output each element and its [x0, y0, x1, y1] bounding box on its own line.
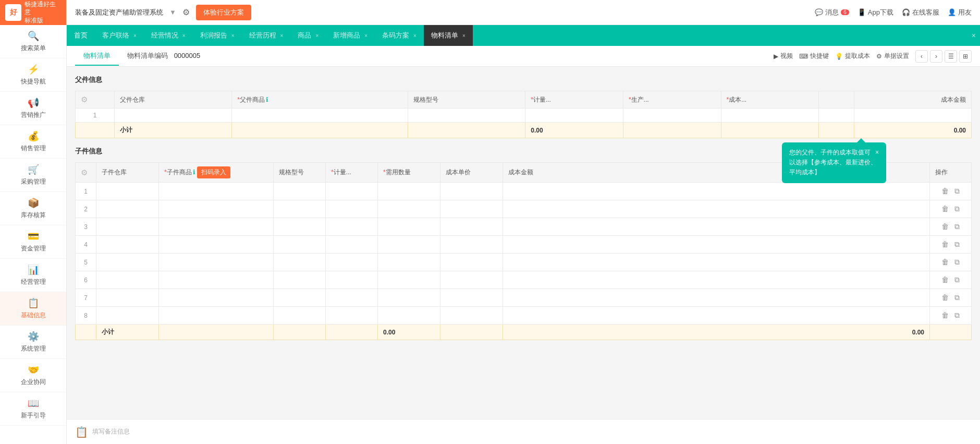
sidebar-item-sales[interactable]: 💰 销售管理: [0, 125, 66, 159]
child-row-2-needed-qty[interactable]: [378, 200, 440, 218]
user-menu[interactable]: 👤 用友: [948, 8, 972, 17]
delete-btn-1[interactable]: 🗑: [939, 186, 951, 196]
child-row-4-warehouse[interactable]: [96, 236, 159, 254]
copy-btn-4[interactable]: ⧉: [952, 239, 962, 250]
child-row-6-qty-unit[interactable]: [326, 271, 378, 289]
child-row-1-product[interactable]: [159, 183, 274, 200]
tab-bom[interactable]: 物料清单 ×: [424, 25, 473, 46]
copy-btn-6[interactable]: ⧉: [952, 274, 962, 285]
tooltip-close-btn[interactable]: ×: [875, 148, 879, 158]
sidebar-item-inventory[interactable]: 📦 库存核算: [0, 192, 66, 225]
tab-profit-close[interactable]: ×: [231, 33, 235, 39]
sidebar-item-enterprise[interactable]: 🤝 企业协同: [0, 359, 66, 392]
sidebar-item-search[interactable]: 🔍 搜索菜单: [0, 25, 66, 58]
video-btn[interactable]: ▶ 视频: [774, 52, 793, 61]
child-row-1-unit-cost[interactable]: [440, 183, 503, 200]
child-row-6-unit-cost[interactable]: [440, 271, 503, 289]
single-settings-btn[interactable]: ⚙ 单据设置: [876, 52, 909, 61]
tab-barcode[interactable]: 条码方案 ×: [375, 25, 424, 46]
tab-barcode-close[interactable]: ×: [413, 33, 416, 39]
copy-btn-1[interactable]: ⧉: [952, 186, 962, 197]
child-col-settings[interactable]: ⚙: [76, 163, 96, 183]
copy-btn-8[interactable]: ⧉: [952, 310, 962, 321]
nav-close-btn[interactable]: ×: [967, 31, 980, 40]
child-row-1-spec[interactable]: [274, 183, 326, 200]
tab-profit-report[interactable]: 利润报告 ×: [193, 25, 242, 46]
child-row-5-qty-unit[interactable]: [326, 254, 378, 271]
child-row-1-qty-unit[interactable]: [326, 183, 378, 200]
child-row-6-needed-qty[interactable]: [378, 271, 440, 289]
sidebar-item-purchase[interactable]: 🛒 采购管理: [0, 159, 66, 192]
sidebar-item-finance[interactable]: 💳 资金管理: [0, 225, 66, 259]
child-row-6-product[interactable]: [159, 271, 274, 289]
child-row-2-spec[interactable]: [274, 200, 326, 218]
tab-ops-close[interactable]: ×: [182, 33, 186, 39]
child-row-7-unit-cost[interactable]: [440, 289, 503, 307]
dropdown-arrow-icon[interactable]: ▼: [169, 8, 176, 16]
parent-row-1-qty-unit[interactable]: [525, 109, 623, 123]
delete-btn-4[interactable]: 🗑: [939, 239, 951, 249]
delete-btn-6[interactable]: 🗑: [939, 274, 951, 285]
remark-icon-btn[interactable]: 📋: [75, 426, 88, 438]
parent-col-settings[interactable]: ⚙: [76, 91, 115, 109]
delete-btn-7[interactable]: 🗑: [939, 292, 951, 303]
parent-row-1-cost[interactable]: [721, 109, 819, 123]
nav-grid-btn[interactable]: ⊞: [959, 50, 972, 63]
tab-new-product[interactable]: 新增商品 ×: [326, 25, 375, 46]
parent-row-1-spec[interactable]: [408, 109, 525, 123]
child-row-2-unit-cost[interactable]: [440, 200, 503, 218]
tab-products[interactable]: 商品 ×: [290, 25, 326, 46]
child-product-info-icon[interactable]: ℹ: [193, 169, 195, 176]
extract-cost-btn[interactable]: 💡 提取成本: [835, 52, 870, 61]
parent-row-1-production[interactable]: [623, 109, 721, 123]
child-row-7-qty-unit[interactable]: [326, 289, 378, 307]
child-row-8-unit-cost[interactable]: [440, 307, 503, 325]
child-row-7-spec[interactable]: [274, 289, 326, 307]
sidebar-item-marketing[interactable]: 📢 营销推广: [0, 92, 66, 125]
product-info-icon[interactable]: ℹ: [266, 96, 268, 103]
parent-row-1-warehouse[interactable]: [115, 109, 232, 123]
scan-btn[interactable]: 扫码录入: [197, 166, 230, 178]
child-row-4-qty-unit[interactable]: [326, 236, 378, 254]
child-row-4-unit-cost[interactable]: [440, 236, 503, 254]
child-row-3-needed-qty[interactable]: [378, 218, 440, 236]
child-row-3-unit-cost[interactable]: [440, 218, 503, 236]
tab-customer[interactable]: 客户联络 ×: [95, 25, 144, 46]
child-row-8-qty-unit[interactable]: [326, 307, 378, 325]
app-download-btn[interactable]: 📱 App下载: [858, 8, 893, 17]
child-row-5-warehouse[interactable]: [96, 254, 159, 271]
copy-btn-3[interactable]: ⧉: [952, 221, 962, 232]
message-btn[interactable]: 💬 消息 6: [815, 8, 849, 17]
delete-btn-3[interactable]: 🗑: [939, 221, 951, 232]
child-row-1-needed-qty[interactable]: [378, 183, 440, 200]
child-row-8-spec[interactable]: [274, 307, 326, 325]
nav-prev-btn[interactable]: ‹: [915, 50, 928, 63]
child-row-3-warehouse[interactable]: [96, 218, 159, 236]
child-row-8-needed-qty[interactable]: [378, 307, 440, 325]
sidebar-item-quick-nav[interactable]: ⚡ 快捷导航: [0, 58, 66, 92]
sidebar-item-basic-info[interactable]: 📋 基础信息: [0, 292, 66, 326]
tab-home[interactable]: 首页: [67, 25, 95, 46]
sub-tab-bom-code[interactable]: 物料清单编码 0000005: [119, 47, 209, 66]
sidebar-item-guide[interactable]: 📖 新手引导: [0, 392, 66, 426]
copy-btn-2[interactable]: ⧉: [952, 203, 962, 214]
tab-products-close[interactable]: ×: [315, 33, 318, 39]
sub-tab-bom-list[interactable]: 物料清单: [75, 47, 119, 66]
nav-next-btn[interactable]: ›: [930, 50, 942, 63]
child-row-5-unit-cost[interactable]: [440, 254, 503, 271]
child-row-3-spec[interactable]: [274, 218, 326, 236]
tab-operations-status[interactable]: 经营情况 ×: [144, 25, 193, 46]
child-row-2-product[interactable]: [159, 200, 274, 218]
child-row-3-product[interactable]: [159, 218, 274, 236]
child-row-7-needed-qty[interactable]: [378, 289, 440, 307]
child-row-2-warehouse[interactable]: [96, 200, 159, 218]
child-row-5-spec[interactable]: [274, 254, 326, 271]
settings-icon[interactable]: ⚙: [182, 7, 190, 17]
child-row-4-product[interactable]: [159, 236, 274, 254]
delete-btn-2[interactable]: 🗑: [939, 203, 951, 214]
online-service-btn[interactable]: 🎧 在线客服: [902, 8, 939, 17]
tab-bom-close[interactable]: ×: [462, 33, 466, 39]
tab-ops-history[interactable]: 经营历程 ×: [242, 25, 291, 46]
child-row-1-warehouse[interactable]: [96, 183, 159, 200]
copy-btn-5[interactable]: ⧉: [952, 257, 962, 268]
